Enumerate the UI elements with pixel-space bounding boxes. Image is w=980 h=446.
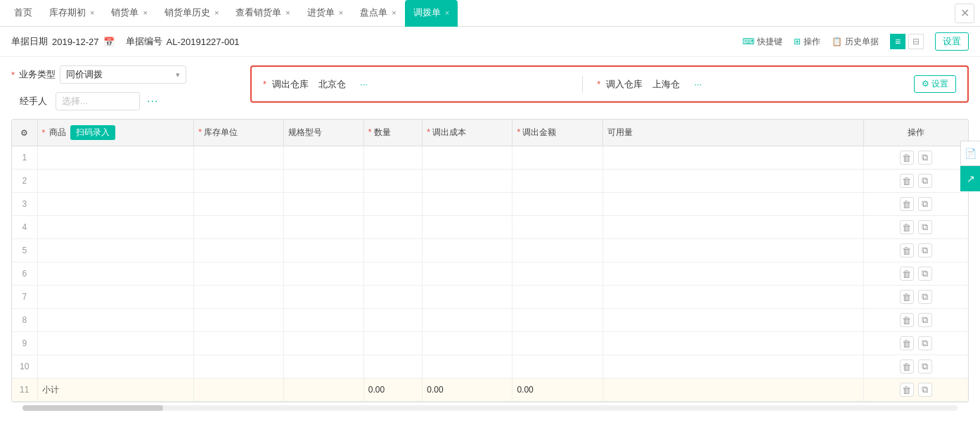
row-product[interactable] [37, 216, 194, 239]
copy-icon[interactable]: ⧉ [918, 290, 932, 304]
row-available[interactable] [602, 216, 863, 239]
row-available[interactable] [602, 309, 863, 332]
row-available[interactable] [602, 239, 863, 262]
row-unit[interactable] [194, 239, 284, 262]
row-cost[interactable] [423, 355, 512, 378]
business-type-select[interactable]: 同价调拨 ▾ [60, 65, 186, 84]
tab-view-sales[interactable]: 查看销货单 × [227, 0, 298, 27]
row-available[interactable] [602, 146, 863, 170]
delete-icon[interactable]: 🗑 [900, 197, 914, 211]
row-product[interactable] [37, 146, 194, 170]
row-qty[interactable] [363, 193, 423, 216]
delete-icon[interactable]: 🗑 [900, 383, 914, 397]
layout-grid-button[interactable]: ⊟ [908, 34, 924, 49]
row-spec[interactable] [284, 355, 363, 378]
row-cost[interactable] [423, 193, 512, 216]
row-spec[interactable] [284, 309, 363, 332]
row-product[interactable] [37, 332, 194, 355]
row-unit[interactable] [194, 332, 284, 355]
copy-icon[interactable]: ⧉ [918, 220, 932, 234]
delete-icon[interactable]: 🗑 [900, 290, 914, 304]
close-icon[interactable]: × [445, 8, 449, 17]
history-button[interactable]: 📋 历史单据 [832, 36, 879, 48]
row-qty[interactable] [363, 286, 423, 309]
copy-icon[interactable]: ⧉ [918, 197, 932, 211]
copy-icon[interactable]: ⧉ [918, 151, 932, 165]
copy-icon[interactable]: ⧉ [918, 313, 932, 327]
row-qty[interactable] [363, 262, 423, 286]
copy-icon[interactable]: ⧉ [918, 243, 932, 257]
row-spec[interactable] [284, 216, 363, 239]
copy-icon[interactable]: ⧉ [918, 174, 932, 188]
tab-sales-order[interactable]: 销货单 × [103, 0, 155, 27]
row-product[interactable] [37, 239, 194, 262]
row-qty[interactable] [363, 170, 423, 193]
row-unit[interactable] [194, 355, 284, 378]
close-icon[interactable]: × [143, 8, 147, 17]
row-available[interactable] [602, 332, 863, 355]
row-unit[interactable] [194, 309, 284, 332]
calendar-icon[interactable]: 📅 [103, 37, 115, 47]
row-available[interactable] [602, 286, 863, 309]
delete-icon[interactable]: 🗑 [900, 151, 914, 165]
row-unit[interactable] [194, 170, 284, 193]
row-qty[interactable] [363, 309, 423, 332]
delete-icon[interactable]: 🗑 [900, 336, 914, 350]
row-cost[interactable] [423, 286, 512, 309]
row-amount[interactable] [512, 216, 602, 239]
gear-icon[interactable]: ⚙ [20, 128, 28, 138]
row-qty[interactable] [363, 146, 423, 170]
copy-icon[interactable]: ⧉ [918, 267, 932, 281]
row-unit[interactable] [194, 193, 284, 216]
row-product[interactable] [37, 309, 194, 332]
row-product[interactable] [37, 170, 194, 193]
handler-input[interactable]: 选择... [56, 92, 140, 110]
row-cost[interactable] [423, 332, 512, 355]
row-qty[interactable] [363, 216, 423, 239]
copy-icon[interactable]: ⧉ [918, 383, 932, 397]
tab-transfer-order[interactable]: 调拨单 × [405, 0, 458, 27]
handler-more-button[interactable]: ··· [147, 95, 158, 108]
row-product[interactable] [37, 286, 194, 309]
row-qty[interactable] [363, 239, 423, 262]
tab-inventory-check[interactable]: 盘点单 × [352, 0, 404, 27]
row-product[interactable] [37, 262, 194, 286]
row-unit[interactable] [194, 146, 284, 170]
row-qty[interactable] [363, 332, 423, 355]
row-cost[interactable] [423, 239, 512, 262]
close-icon[interactable]: × [90, 8, 94, 17]
scan-button[interactable]: 扫码录入 [70, 125, 115, 140]
row-cost[interactable] [423, 216, 512, 239]
horizontal-scrollbar[interactable] [11, 405, 969, 411]
layout-list-button[interactable]: ≡ [890, 34, 905, 49]
row-unit[interactable] [194, 286, 284, 309]
row-spec[interactable] [284, 262, 363, 286]
row-amount[interactable] [512, 286, 602, 309]
row-product[interactable] [37, 193, 194, 216]
close-icon[interactable]: × [339, 8, 343, 17]
row-amount[interactable] [512, 170, 602, 193]
close-icon[interactable]: × [285, 8, 290, 17]
row-qty[interactable] [363, 355, 423, 378]
row-cost[interactable] [423, 309, 512, 332]
row-spec[interactable] [284, 170, 363, 193]
delete-icon[interactable]: 🗑 [900, 243, 914, 257]
row-available[interactable] [602, 355, 863, 378]
delete-icon[interactable]: 🗑 [900, 359, 914, 374]
row-amount[interactable] [512, 239, 602, 262]
row-unit[interactable] [194, 262, 284, 286]
out-warehouse-more-button[interactable]: ··· [360, 79, 368, 89]
row-product[interactable] [37, 355, 194, 378]
row-spec[interactable] [284, 146, 363, 170]
row-spec[interactable] [284, 286, 363, 309]
tab-home[interactable]: 首页 [6, 0, 41, 27]
sidebar-export-button[interactable]: ↗ [960, 166, 980, 191]
close-icon[interactable]: × [214, 8, 219, 17]
row-amount[interactable] [512, 262, 602, 286]
shortcut-button[interactable]: ⌨ 快捷键 [742, 36, 782, 48]
tab-sales-history[interactable]: 销货单历史 × [156, 0, 227, 27]
copy-icon[interactable]: ⧉ [918, 336, 932, 350]
operation-button[interactable]: ⊞ 操作 [794, 36, 820, 48]
tab-bar-close-button[interactable]: ✕ [955, 4, 974, 23]
delete-icon[interactable]: 🗑 [900, 220, 914, 234]
